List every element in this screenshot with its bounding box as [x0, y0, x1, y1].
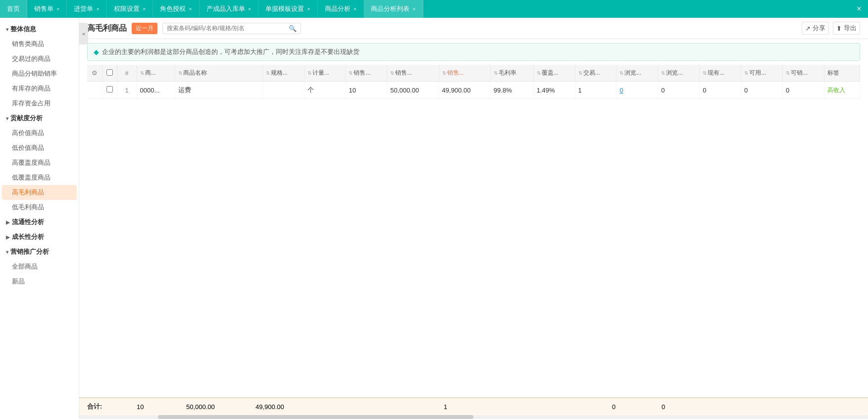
sidebar-group-contribution[interactable]: ▾ 贡献度分析 — [0, 111, 79, 126]
sidebar-item-new-goods[interactable]: 新品 — [0, 274, 79, 289]
info-text: 企业的主要的利润都是这部分商品创造的，可考虑加大推广，同时关注库存是不要出现缺货 — [102, 47, 359, 56]
nav-tab-permission[interactable]: 权限设置 × — [107, 0, 153, 18]
close-analysis-tab[interactable]: × — [354, 6, 357, 12]
close-sales-tab[interactable]: × — [56, 6, 59, 12]
cell-tag: 高收入 — [824, 82, 860, 99]
arrow-icon-growth: ▶ — [6, 234, 10, 240]
cell-settings — [87, 82, 102, 99]
cell-available: 0 — [741, 82, 783, 99]
footer-label: 合计: — [87, 402, 127, 411]
nav-tab-analysis-list[interactable]: 商品分析列表 × — [364, 0, 423, 18]
col-sales1-header: ⇅销售... — [346, 65, 387, 82]
col-browse2-header: ⇅浏览... — [658, 65, 700, 82]
col-checkbox-header[interactable] — [102, 65, 117, 82]
export-button[interactable]: ⬆ 导出 — [833, 22, 860, 35]
sidebar-item-low-coverage[interactable]: 低覆盖度商品 — [0, 170, 79, 185]
cell-spec — [262, 82, 304, 99]
nav-tab-purchase[interactable]: 进货单 × — [67, 0, 106, 18]
table-header-row: ⚙ # ⇅商... ⇅商品名称 ⇅规格... — [87, 65, 860, 82]
select-all-checkbox[interactable] — [106, 69, 113, 76]
close-template-tab[interactable]: × — [307, 6, 310, 12]
sidebar-item-high-value[interactable]: 高价值商品 — [0, 126, 79, 140]
sort-icon-sales3: ⇅ — [442, 70, 446, 76]
nav-tab-sales[interactable]: 销售单 × — [27, 0, 67, 18]
sidebar-group-overall[interactable]: ▾ 整体信息 — [0, 22, 79, 37]
sidebar-item-inventory-capital[interactable]: 库存资金占用 — [0, 96, 79, 111]
window-close-button[interactable]: × — [850, 0, 868, 18]
info-banner: ◆ 企业的主要的利润都是这部分商品创造的，可考虑加大推广，同时关注库存是不要出现… — [87, 43, 860, 61]
cell-sales2: 50,000.00 — [387, 82, 439, 99]
export-icon: ⬆ — [836, 25, 842, 32]
arrow-icon-liquidity: ▶ — [6, 220, 10, 225]
sort-icon-saleable: ⇅ — [786, 70, 790, 76]
sidebar-collapse-button[interactable]: « — [79, 23, 88, 45]
sidebar-item-sales-goods[interactable]: 销售类商品 — [0, 37, 79, 51]
cell-saleable: 0 — [782, 82, 824, 99]
cell-browse2: 0 — [658, 82, 700, 99]
footer-row: 合计: 10 50,000.00 49,900.00 1 0 0 — [79, 397, 868, 415]
nav-tab-role[interactable]: 角色授权 × — [153, 0, 199, 18]
sidebar-item-all-goods[interactable]: 全部商品 — [0, 259, 79, 274]
col-available-header: ⇅可用... — [741, 65, 783, 82]
cell-current: 0 — [700, 82, 741, 99]
share-button[interactable]: ↗ 分享 — [802, 22, 829, 35]
sidebar-item-high-coverage[interactable]: 高覆盖度商品 — [0, 155, 79, 170]
nav-tab-analysis[interactable]: 商品分析 × — [318, 0, 364, 18]
page-title: 高毛利商品 — [87, 23, 127, 34]
share-icon: ↗ — [805, 25, 811, 32]
sidebar-item-stocked-goods[interactable]: 有库存的商品 — [0, 81, 79, 96]
arrow-icon-marketing: ▾ — [6, 249, 8, 255]
col-trade-header: ⇅交易... — [575, 65, 616, 82]
cell-sales1: 10 — [346, 82, 387, 99]
cell-browse1[interactable]: 0 — [616, 82, 658, 99]
search-input[interactable] — [167, 25, 286, 32]
close-role-tab[interactable]: × — [189, 6, 192, 12]
info-icon: ◆ — [94, 48, 99, 56]
sidebar-item-traded-goods[interactable]: 交易过的商品 — [0, 51, 79, 66]
nav-tab-template[interactable]: 单据模板设置 × — [258, 0, 317, 18]
nav-tab-home[interactable]: 首页 — [0, 0, 27, 18]
sidebar-group-growth[interactable]: ▶ 成长性分析 — [0, 230, 79, 244]
sort-icon-spec: ⇅ — [266, 70, 270, 76]
sidebar-item-high-gross[interactable]: 高毛利商品 — [2, 185, 77, 200]
table-container: ⚙ # ⇅商... ⇅商品名称 ⇅规格... — [79, 65, 868, 397]
sort-icon-name: ⇅ — [178, 70, 182, 76]
content-header: 高毛利商品 近一月 🔍 ↗ 分享 ⬆ 导出 — [79, 18, 868, 39]
search-icon[interactable]: 🔍 — [289, 25, 297, 32]
horizontal-scrollbar[interactable] — [79, 415, 868, 419]
sidebar-item-distribution-rate[interactable]: 商品分销助销率 — [0, 66, 79, 81]
close-permission-tab[interactable]: × — [143, 6, 146, 12]
data-table: ⚙ # ⇅商... ⇅商品名称 ⇅规格... — [87, 65, 860, 99]
filter-recent-month-button[interactable]: 近一月 — [132, 23, 157, 34]
cell-code: 0000... — [137, 82, 175, 99]
close-inbound-tab[interactable]: × — [248, 6, 251, 12]
sidebar-group-marketing[interactable]: ▾ 营销推广分析 — [0, 244, 79, 259]
search-box: 🔍 — [162, 23, 301, 34]
arrow-icon: ▾ — [6, 27, 8, 32]
row-checkbox[interactable] — [106, 86, 113, 93]
sidebar-item-low-value[interactable]: 低价值商品 — [0, 140, 79, 155]
action-buttons: ↗ 分享 ⬆ 导出 — [802, 22, 860, 35]
col-code-header: ⇅商... — [137, 65, 175, 82]
col-browse1-header: ⇅浏览... — [616, 65, 658, 82]
sort-icon-browse2: ⇅ — [661, 70, 665, 76]
col-settings-header[interactable]: ⚙ — [87, 65, 102, 82]
close-analysis-list-tab[interactable]: × — [412, 6, 415, 12]
col-saleable-header: ⇅可销... — [782, 65, 824, 82]
scrollbar-thumb[interactable] — [158, 415, 473, 419]
cell-checkbox[interactable] — [102, 82, 117, 99]
footer-cells: 10 50,000.00 49,900.00 1 0 0 — [127, 403, 860, 411]
arrow-icon-contribution: ▾ — [6, 116, 8, 121]
nav-tab-inbound[interactable]: 产成品入库单 × — [200, 0, 258, 18]
col-current-header: ⇅现有... — [700, 65, 741, 82]
sort-icon: ⇅ — [140, 70, 144, 76]
cell-grossrate: 99.8% — [490, 82, 533, 99]
col-name-header: ⇅商品名称 — [175, 65, 263, 82]
table-row: 1 0000... 运费 个 10 50,000.00 49,900.00 99… — [87, 82, 860, 99]
footer-trade: 1 — [444, 403, 473, 411]
cell-sales3: 49,900.00 — [439, 82, 490, 99]
sidebar-group-liquidity[interactable]: ▶ 流通性分析 — [0, 215, 79, 230]
footer-available: 0 — [612, 403, 642, 411]
sidebar-item-low-gross[interactable]: 低毛利商品 — [0, 200, 79, 215]
close-purchase-tab[interactable]: × — [96, 6, 99, 12]
